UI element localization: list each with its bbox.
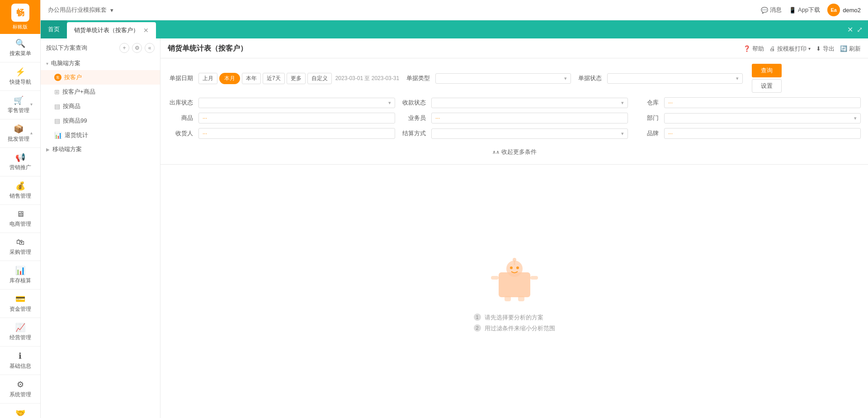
empty-svg xyxy=(487,250,542,304)
sidebar-item-marketing[interactable]: 📢 营销推广 xyxy=(0,148,41,176)
payment-status-dropdown-icon: ▾ xyxy=(621,100,624,106)
sidebar-item-system[interactable]: ⚙ 系统管理 xyxy=(0,375,41,404)
sidebar-item-retail[interactable]: 🛒 零售管理 ▾ xyxy=(0,91,41,119)
retail-icon: 🛒 xyxy=(14,95,24,105)
date-btn-this-year[interactable]: 本年 xyxy=(242,73,261,84)
collapse-panel-button[interactable]: « xyxy=(145,43,155,53)
print-button[interactable]: 🖨 按模板打印 ▾ xyxy=(769,45,811,53)
sidebar-item-wholesale[interactable]: 📦 批发管理 ▴ xyxy=(0,119,41,148)
query-button[interactable]: 查询 xyxy=(752,64,782,77)
tab-active[interactable]: 销货单统计表（按客户） ✕ xyxy=(67,22,156,38)
collapse-row: ∧∧ 收起更多条件 xyxy=(168,143,861,162)
retail-arrow-icon: ▾ xyxy=(30,102,33,107)
app-logo[interactable]: 畅 标账版 xyxy=(0,0,41,34)
sales-icon: 💰 xyxy=(15,181,25,191)
tree-item-by-product99[interactable]: ▤ 按商品99 xyxy=(41,114,160,128)
empty-hints: 1 请先选择要分析的方案 2 用过滤条件来缩小分析范围 xyxy=(474,314,555,335)
sidebar-item-search[interactable]: 🔍 搜索菜单 xyxy=(0,34,41,62)
basic-icon: ℹ xyxy=(19,351,22,361)
tab-home[interactable]: 首页 xyxy=(41,20,67,38)
sidebar-item-label: 营销推广 xyxy=(9,164,31,171)
svg-rect-6 xyxy=(491,276,499,280)
sidebar-item-operations[interactable]: 📈 经营管理 xyxy=(0,318,41,347)
tree-item-label: 按商品 xyxy=(63,102,80,110)
tree-item-by-product[interactable]: ▤ 按商品 xyxy=(41,99,160,114)
logo-icon: 畅 xyxy=(11,4,29,22)
date-btn-last-month[interactable]: 上月 xyxy=(198,73,217,84)
date-btn-custom[interactable]: 自定义 xyxy=(307,73,332,84)
payment-status-select[interactable]: ▾ xyxy=(431,98,628,108)
sidebar-item-purchase[interactable]: 🛍 采购管理 xyxy=(0,233,41,261)
user-menu[interactable]: Ea demo2 xyxy=(827,4,861,16)
empty-illustration xyxy=(485,247,544,306)
settings-button[interactable]: 设置 xyxy=(752,79,782,93)
sidebar-item-enterprise[interactable]: 🤝 企业协同 xyxy=(0,404,41,418)
department-label: 部门 xyxy=(633,114,659,122)
print-arrow-icon: ▾ xyxy=(808,46,811,51)
brand-input[interactable]: ··· xyxy=(664,128,861,139)
sidebar-item-ecommerce[interactable]: 🖥 电商管理 xyxy=(0,205,41,233)
app-download-icon: 📱 xyxy=(789,7,796,14)
hint-text-1: 请先选择要分析的方案 xyxy=(485,314,543,322)
help-button[interactable]: ❓ 帮助 xyxy=(743,45,764,53)
refresh-button[interactable]: 🔄 刷新 xyxy=(840,45,861,53)
app-download-button[interactable]: 📱 App下载 xyxy=(789,6,820,14)
svg-point-2 xyxy=(510,266,513,269)
industry-selector[interactable]: 办公用品行业模拟账套 ▾ xyxy=(48,6,113,14)
content-wrapper: 按以下方案查询 + ⚙ « ▾ 电脑端方案 xyxy=(41,38,868,418)
warehouse-more-icon: ··· xyxy=(668,100,673,106)
brand-label: 品牌 xyxy=(633,129,659,138)
sidebar-item-inventory[interactable]: 📊 库存核算 xyxy=(0,261,41,290)
date-btn-this-month[interactable]: 本月 xyxy=(219,73,240,84)
tree-group-mobile-header[interactable]: ▶ 移动端方案 xyxy=(41,142,160,156)
order-status-label: 单据状态 xyxy=(576,74,602,82)
recipient-input[interactable]: ··· xyxy=(198,128,395,139)
tree-item-label: 按商品99 xyxy=(63,117,87,125)
settlement-dropdown-icon: ▾ xyxy=(621,131,624,137)
stock-status-select[interactable]: ▾ xyxy=(198,98,395,108)
add-icon: + xyxy=(123,45,126,51)
stock-status-dropdown-icon: ▾ xyxy=(388,100,391,106)
tab-close-icon[interactable]: ✕ xyxy=(143,27,149,34)
department-dropdown-icon: ▾ xyxy=(854,115,857,121)
add-scheme-button[interactable]: + xyxy=(119,43,129,53)
sidebar-item-finance[interactable]: 💳 资金管理 xyxy=(0,290,41,318)
date-btn-more[interactable]: 更多 xyxy=(287,73,306,84)
tree-group-desktop-header[interactable]: ▾ 电脑端方案 xyxy=(41,57,160,70)
stock-status-label: 出库状态 xyxy=(168,99,193,107)
salesperson-input[interactable]: ··· xyxy=(431,113,628,124)
collapse-up-icon: ∧∧ xyxy=(492,149,500,155)
sidebar-item-label: 系统管理 xyxy=(9,391,31,399)
recipient-label: 收货人 xyxy=(168,129,193,138)
tree-item-by-customer[interactable]: 客 按客户 xyxy=(41,70,160,85)
sidebar-item-sales[interactable]: 💰 销售管理 xyxy=(0,176,41,205)
collapse-button[interactable]: ∧∧ 收起更多条件 xyxy=(485,145,544,159)
settlement-select[interactable]: ▾ xyxy=(431,128,628,139)
sidebar: 畅 标账版 🔍 搜索菜单 ⚡ 快捷导航 🛒 零售管理 ▾ 📦 批发管理 ▴ 📢 … xyxy=(0,0,41,418)
customer-icon: 客 xyxy=(54,74,61,81)
export-label: 导出 xyxy=(823,45,835,53)
settings-scheme-button[interactable]: ⚙ xyxy=(132,43,142,53)
warehouse-input[interactable]: ··· xyxy=(664,97,861,108)
department-select[interactable]: ▾ xyxy=(664,113,861,124)
page-header: 销货单统计表（按客户） ❓ 帮助 🖨 按模板打印 ▾ ⬇ 导出 xyxy=(160,38,868,58)
active-tab-label: 销货单统计表（按客户） xyxy=(74,26,139,34)
date-btn-7days[interactable]: 近7天 xyxy=(263,73,285,84)
product-input[interactable]: ··· xyxy=(198,113,395,124)
payment-status-label: 收款状态 xyxy=(401,99,426,107)
maximize-icon[interactable]: ⤢ xyxy=(857,25,863,34)
close-window-icon[interactable]: ✕ xyxy=(847,25,853,34)
industry-dropdown-icon: ▾ xyxy=(110,7,113,14)
sidebar-item-label: 批发管理 xyxy=(8,135,29,143)
order-status-select[interactable]: ▾ xyxy=(607,73,743,84)
tree-item-return-stats[interactable]: 📊 退货统计 xyxy=(41,128,160,142)
tree-item-by-customer-product[interactable]: ⊞ 按客户+商品 xyxy=(41,85,160,99)
table-icon: ▤ xyxy=(54,103,60,110)
export-button[interactable]: ⬇ 导出 xyxy=(816,45,835,53)
sidebar-item-basic[interactable]: ℹ 基础信息 xyxy=(0,347,41,375)
order-type-select[interactable]: ▾ xyxy=(435,73,571,84)
filter-row-4: 收货人 ··· 结算方式 ▾ 品牌 ··· xyxy=(168,128,861,139)
message-button[interactable]: 💬 消息 xyxy=(761,6,782,14)
sidebar-item-quick-nav[interactable]: ⚡ 快捷导航 xyxy=(0,62,41,91)
tree-group-mobile-label: 移动端方案 xyxy=(52,145,82,153)
